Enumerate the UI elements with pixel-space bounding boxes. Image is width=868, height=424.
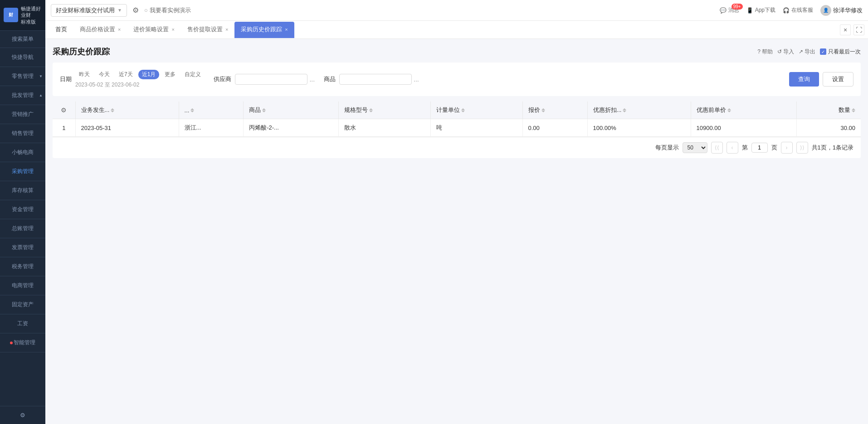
tab-purchase-history[interactable]: 采购历史价跟踪 ×	[234, 22, 294, 38]
demo-button[interactable]: ○ 我要看实例演示	[144, 6, 191, 14]
date-option-today[interactable]: 今天	[95, 70, 113, 79]
tab-close-purchase-history[interactable]: ×	[285, 27, 288, 32]
th-discount: 优惠折扣...	[587, 101, 691, 119]
th-gear[interactable]: ⚙	[53, 101, 75, 119]
tab-sale-price[interactable]: 售价提取设置 ×	[181, 22, 234, 38]
cell-quoted-price: 0.00	[522, 119, 587, 137]
sidebar-item-assets[interactable]: 固定资产	[0, 295, 45, 314]
sort-quoted-price-icon	[541, 108, 545, 112]
sidebar-item-inventory[interactable]: 库存核算	[0, 181, 45, 200]
import-button[interactable]: ↺ 导入	[777, 48, 794, 56]
product-more-icon[interactable]: ...	[414, 76, 419, 83]
headset-icon: 🎧	[783, 7, 790, 14]
tab-close-product-price[interactable]: ×	[118, 27, 121, 32]
ai-dot	[10, 342, 13, 344]
last-page-button[interactable]: ⟩⟩	[796, 142, 808, 154]
export-icon: ↗	[799, 48, 803, 55]
supplier-input-wrap: ...	[235, 74, 315, 85]
settings-icon[interactable]: ⚙	[132, 6, 139, 14]
prev-page-button[interactable]: ‹	[727, 142, 738, 154]
only-last-checkbox-label[interactable]: 只看最后一次	[820, 48, 861, 56]
sidebar-item-ecom[interactable]: 小畅电商	[0, 143, 45, 162]
date-option-custom[interactable]: 自定义	[181, 70, 205, 79]
page-number-input[interactable]	[751, 143, 768, 153]
per-page-select[interactable]: 50 100 200	[683, 142, 707, 153]
per-page-label: 每页显示	[655, 144, 679, 152]
table-header-row: ⚙ 业务发生... ...	[53, 101, 861, 119]
sort-quoted-price[interactable]: 报价	[528, 106, 545, 114]
th-product: 商品	[244, 101, 338, 119]
user-name: 徐泽华修改	[833, 6, 863, 14]
tab-product-price[interactable]: 商品价格设置 ×	[73, 22, 127, 38]
query-button[interactable]: 查询	[789, 72, 819, 87]
th-spec: 规格型号	[338, 101, 430, 119]
online-service-button[interactable]: 🎧 在线客服	[783, 6, 813, 14]
tab-close-all-button[interactable]: ×	[840, 24, 851, 35]
date-option-7days[interactable]: 近7天	[115, 70, 137, 79]
sidebar-item-salary[interactable]: 工资	[0, 314, 45, 333]
sidebar-item-marketing[interactable]: 营销推广	[0, 105, 45, 124]
avatar: 👤	[820, 5, 831, 16]
sort-date[interactable]: 业务发生...	[81, 106, 115, 114]
table-row[interactable]: 1 2023-05-31 浙江... 丙烯酸-2-... 散水 吨 0.00 1…	[53, 119, 861, 137]
sort-unit[interactable]: 计量单位	[436, 106, 465, 114]
table-head: ⚙ 业务发生... ...	[53, 101, 861, 119]
sort-quantity-icon	[852, 108, 855, 112]
gear-icon[interactable]: ⚙	[61, 106, 67, 114]
data-table: ⚙ 业务发生... ...	[53, 101, 861, 137]
sidebar-item-quicknav[interactable]: 快捷导航	[0, 48, 45, 67]
date-option-1month[interactable]: 近1月	[138, 70, 160, 79]
next-page-button[interactable]: ›	[781, 142, 793, 154]
sort-product[interactable]: 商品	[249, 106, 266, 114]
sidebar-item-retail[interactable]: 零售管理	[0, 67, 45, 86]
date-option-more[interactable]: 更多	[161, 70, 179, 79]
product-input-wrap: ...	[339, 74, 419, 85]
messages-button[interactable]: 💬 消息 99+	[720, 6, 739, 14]
sort-discount[interactable]: 优惠折扣...	[593, 106, 627, 114]
sidebar-item-sales[interactable]: 销售管理	[0, 124, 45, 143]
sort-pre-discount-price[interactable]: 优惠前单价	[697, 106, 731, 114]
demo-icon: ○	[144, 7, 148, 14]
tab-purchase-strategy[interactable]: 进价策略设置 ×	[127, 22, 180, 38]
date-option-yesterday[interactable]: 昨天	[75, 70, 93, 79]
page-suffix: 页	[771, 144, 777, 152]
logo-text: 畅捷通好业财 标准版	[21, 5, 42, 25]
export-button[interactable]: ↗ 导出	[799, 48, 815, 56]
user-menu[interactable]: 👤 徐泽华修改	[820, 5, 863, 16]
settings-button[interactable]: 设置	[823, 72, 853, 87]
sidebar-item-ai[interactable]: 智能管理	[0, 333, 45, 352]
sidebar-item-purchase[interactable]: 采购管理	[0, 162, 45, 181]
supplier-input[interactable]	[235, 74, 307, 85]
version-selector[interactable]: 好业财标准版交付试用 ▼	[51, 4, 127, 17]
table-body: 1 2023-05-31 浙江... 丙烯酸-2-... 散水 吨 0.00 1…	[53, 119, 861, 137]
tab-close-sale-price[interactable]: ×	[225, 27, 228, 32]
product-input[interactable]	[339, 74, 412, 85]
cell-product: 丙烯酸-2-...	[244, 119, 338, 137]
th-extra: ...	[179, 101, 244, 119]
filter-product: 商品 ...	[324, 74, 419, 85]
import-icon: ↺	[777, 48, 782, 55]
app-download-button[interactable]: 📱 App下载	[746, 6, 775, 14]
sidebar-settings-icon[interactable]: ⚙	[0, 406, 45, 424]
sidebar-item-capital[interactable]: 资金管理	[0, 200, 45, 219]
sort-spec[interactable]: 规格型号	[344, 106, 373, 114]
only-last-checkbox[interactable]	[820, 48, 826, 55]
date-label: 日期	[60, 75, 72, 83]
tab-close-purchase-strategy[interactable]: ×	[171, 27, 174, 32]
supplier-more-icon[interactable]: ...	[309, 76, 315, 83]
tab-home[interactable]: 首页	[49, 22, 73, 38]
filter-row: 日期 昨天 今天 近7天 近1月 更多 自定义 2023-05-02 至 202…	[60, 70, 853, 89]
sidebar-item-wholesale[interactable]: 批发管理	[0, 86, 45, 105]
cell-unit: 吨	[430, 119, 522, 137]
sidebar-item-ledger[interactable]: 总账管理	[0, 219, 45, 238]
first-page-button[interactable]: ⟨⟨	[711, 142, 723, 154]
sort-extra[interactable]: ...	[185, 107, 195, 114]
sidebar-item-tax[interactable]: 税务管理	[0, 257, 45, 276]
th-pre-discount-price: 优惠前单价	[691, 101, 796, 119]
tab-fullscreen-button[interactable]: ⛶	[853, 24, 864, 35]
sidebar-item-ecommerce[interactable]: 电商管理	[0, 276, 45, 295]
sidebar-item-invoice[interactable]: 发票管理	[0, 238, 45, 257]
sidebar-item-search[interactable]: 搜索菜单	[0, 31, 45, 48]
help-button[interactable]: ? 帮助	[757, 48, 773, 56]
sort-quantity[interactable]: 数量	[839, 106, 855, 114]
